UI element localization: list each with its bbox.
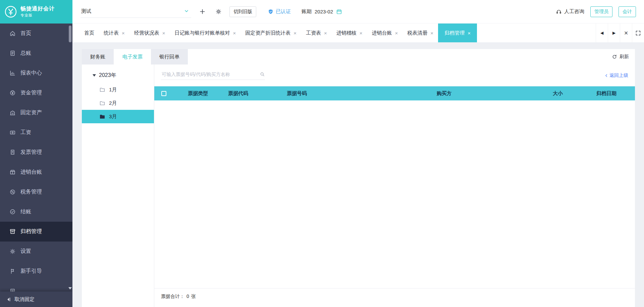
tab-archive-management[interactable]: 归档管理 × [438,24,477,42]
sidebar-item-label: 固定资产 [20,109,42,116]
tab-home[interactable]: 首页 [79,24,99,42]
switch-old-version-button[interactable]: 切到旧版 [229,6,256,17]
back-to-parent-link[interactable]: 返回上级 [604,73,628,79]
tab-depreciation-statistics[interactable]: 固定资产折旧统计表 × [240,24,301,42]
tab-label: 日记账与银行对账单核对 [175,30,230,36]
tab-close-icon[interactable]: × [293,30,297,36]
tree-year-label: 2023年 [99,72,116,79]
sidebar-item-label: 资金管理 [20,89,42,96]
select-all-checkbox[interactable] [161,91,166,96]
column-header-size: 大小 [534,90,581,97]
sidebar-item-tax-management[interactable]: 税务管理 [0,182,72,202]
tab-close-icon[interactable]: × [122,30,125,36]
tree-month-mar[interactable]: 3月 [82,110,154,123]
tab-statistics[interactable]: 统计表 × [99,24,129,42]
tab-business-status[interactable]: 经营状况表 × [129,24,170,42]
tab-close-icon[interactable]: × [395,30,398,36]
invoice-table-panel: 返回上级 票据类型 票据代码 票据号码 购买方 大小 归档日期 [154,64,635,307]
folder-tree: 2023年 1月 2月 3月 [82,64,154,307]
tab-label: 税表清册 [407,30,427,36]
sidebar-item-label: 工资 [20,129,31,136]
company-selector[interactable]: 测试 [80,6,191,18]
calendar-picker[interactable] [336,9,342,15]
building-icon [9,109,16,116]
consult-button[interactable]: 人工咨询 [556,8,584,15]
sidebar-item-label: 总账 [20,50,31,57]
sidebar-item-partial[interactable] [0,281,72,292]
sidebar-item-fixed-assets[interactable]: 固定资产 [0,103,72,123]
tree-year-2023[interactable]: 2023年 [82,69,154,83]
search-icon[interactable] [260,72,265,77]
app-logo-icon [4,5,17,18]
fullscreen-button[interactable] [632,24,644,42]
sidebar-item-salary[interactable]: 工资 [0,123,72,142]
tab-purchase-sale-audit[interactable]: 进销稽核 × [332,24,367,42]
tab-scroll-right-button[interactable]: ▶ [608,24,620,42]
table-footer: 票据合计： 0 张 [154,288,635,307]
sidebar-item-invoice-management[interactable]: 发票管理 [0,142,72,162]
sidebar-scrollbar[interactable] [69,25,72,290]
column-header-archive-date: 归档日期 [581,90,632,97]
sidebar-item-label: 报表中心 [20,70,42,77]
accounting-period: 账期 2023-02 [302,8,342,15]
subtab-bank-receipt[interactable]: 银行回单 [151,49,188,64]
tree-month-feb[interactable]: 2月 [82,96,154,110]
back-label: 返回上级 [609,73,628,79]
fullscreen-icon [635,30,641,36]
scrollbar-thumb[interactable] [69,26,71,42]
refresh-button[interactable]: 刷新 [612,49,635,64]
sidebar-item-report-center[interactable]: 报表中心 [0,63,72,83]
add-button[interactable] [197,7,207,17]
sidebar-item-label: 发票管理 [20,149,42,156]
tab-label: 进销稽核 [336,30,357,36]
sidebar-item-closing[interactable]: 结账 [0,202,72,222]
tab-close-icon[interactable]: × [233,30,236,36]
calendar-icon [336,9,342,15]
app-logo: 畅捷通好会计 专业版 [0,0,72,24]
subtab-financial-account[interactable]: 财务账 [82,49,114,64]
sidebar-item-label: 归档管理 [20,228,42,235]
footer-total-unit: 张 [191,294,196,307]
tab-close-icon[interactable]: × [430,30,433,36]
tab-scroll-left-button[interactable]: ◀ [596,24,608,42]
tree-collapse-icon [93,74,96,77]
sidebar-menu: 首页 总账 报表中心 资金管理 固定资产 工资 [0,24,72,292]
tree-month-jan[interactable]: 1月 [82,83,154,96]
subtab-e-invoice[interactable]: 电子发票 [114,49,151,64]
tab-close-current-button[interactable]: × [620,24,632,42]
tab-tax-form-list[interactable]: 税表清册 × [402,24,438,42]
column-header-ticket-type: 票据类型 [188,90,228,97]
sidebar-item-home[interactable]: 首页 [0,24,72,43]
scrollbar-down-arrow-icon[interactable] [68,287,72,290]
sidebar-item-beginner-guide[interactable]: 新手引导 [0,261,72,281]
admin-role-button[interactable]: 管理员 [590,6,612,17]
unpin-label: 取消固定 [14,296,35,303]
tab-label: 首页 [84,30,94,36]
table-header-row: 票据类型 票据代码 票据号码 购买方 大小 归档日期 [154,86,635,100]
tab-journal-bank-reconciliation[interactable]: 日记账与银行对账单核对 × [170,24,241,42]
settings-button[interactable] [213,7,223,17]
tab-close-icon[interactable]: × [162,30,165,36]
sidebar-item-archive-management[interactable]: 归档管理 [0,222,72,242]
accountant-role-button[interactable]: 会计 [619,6,636,17]
ledger-icon [9,50,16,56]
sidebar-item-purchase-sale-ledger[interactable]: 进销台账 [0,162,72,182]
search-input[interactable] [161,71,256,77]
tab-close-icon[interactable]: × [360,30,363,36]
sidebar-item-label: 结账 [20,208,31,215]
sidebar-item-general-ledger[interactable]: 总账 [0,43,72,63]
tree-month-label: 1月 [109,87,117,93]
unpin-sidebar-button[interactable]: 取消固定 [0,292,72,307]
document-icon [9,288,16,292]
sidebar-item-fund-management[interactable]: 资金管理 [0,83,72,103]
tab-purchase-sale-ledger[interactable]: 进销台账 × [367,24,403,42]
refresh-icon [612,54,617,59]
certified-badge[interactable]: 已认证 [268,8,291,15]
sidebar-item-settings[interactable]: 设置 [0,242,72,261]
topbar: 测试 切到旧版 已认证 账期 2023-02 [72,0,644,24]
tab-close-icon[interactable]: × [468,30,471,36]
search-box [161,71,265,80]
gear-icon [9,248,16,255]
tab-close-icon[interactable]: × [324,30,327,36]
tab-salary-sheet[interactable]: 工资表 × [301,24,332,42]
